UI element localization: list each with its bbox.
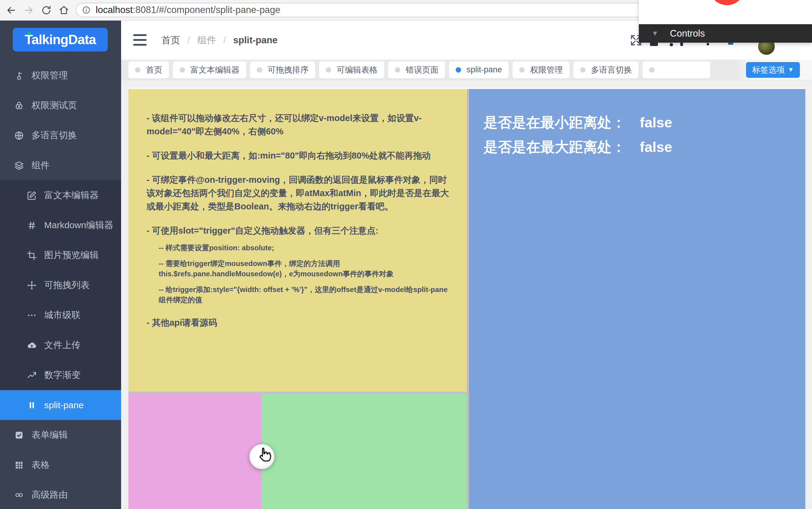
sidebar-item-label: 高级路由 — [31, 489, 68, 501]
doc-line: - 可使用slot="trigger"自定义拖动触发器，但有三个注意点: — [147, 224, 449, 237]
home-icon[interactable] — [58, 4, 70, 16]
sidebar-item-label: 权限测试页 — [31, 99, 77, 112]
tab-label: 可编辑表格 — [337, 64, 378, 75]
custom-drag-trigger[interactable] — [250, 444, 274, 469]
sidebar-item[interactable]: 图片预览编辑 — [0, 240, 121, 270]
status-line: 是否是在最小距离处： false — [484, 110, 805, 135]
sidebar-item[interactable]: 可拖拽列表 — [0, 270, 121, 300]
tab-label: 首页 — [146, 64, 162, 75]
lock-icon — [14, 100, 24, 111]
tab-dot — [519, 67, 525, 73]
status-label: 是否是在最小距离处： — [484, 110, 626, 135]
tab-dot — [395, 67, 400, 73]
status-value: false — [640, 135, 672, 159]
controls-panel-label: Controls — [670, 28, 705, 39]
ellipsis-icon — [27, 310, 37, 320]
sidebar-collapse-button[interactable] — [133, 34, 147, 46]
tab-dot — [649, 67, 655, 73]
sidebar-item[interactable]: 组件 — [0, 150, 121, 180]
layers-icon — [14, 160, 24, 171]
app-logo[interactable]: TalkingData — [13, 28, 108, 52]
info-icon[interactable] — [82, 5, 91, 14]
sidebar-item[interactable]: split-pane — [0, 390, 121, 420]
tab[interactable]: split-pane × — [449, 61, 509, 78]
sidebar-item[interactable]: 权限管理 — [0, 61, 121, 91]
sidebar-item-label: 城市级联 — [44, 309, 80, 321]
breadcrumb-item[interactable]: split-pane — [233, 35, 277, 46]
logo-accent-dot — [28, 32, 31, 35]
tab-options-button[interactable]: 标签选项 ▼ — [746, 62, 800, 78]
red-circle — [709, 0, 745, 5]
open-tabs-bar: 首页 × 富文本编辑器 × 可拖拽排序 × 可编辑表格 × 错误页面 — [121, 60, 812, 80]
status-line: 是否是在最大距离处： false — [484, 135, 805, 159]
doc-line: -- 给trigger添加:style="{width: offset + '%… — [147, 284, 449, 305]
trending-up-icon — [27, 370, 37, 380]
status-pane: 是否是在最小距离处： false 是否是在最大距离处： false — [469, 89, 805, 509]
sidebar-item[interactable]: 城市级联 — [0, 300, 121, 330]
doc-line: -- 样式需要设置position: absolute; — [147, 243, 449, 253]
tab-label: 可拖拽排序 — [268, 64, 308, 75]
refresh-icon[interactable] — [40, 4, 52, 16]
bottom-left-pane — [128, 394, 262, 509]
checkbox-icon — [14, 430, 24, 440]
controls-overlay-canvas — [639, 0, 812, 24]
sidebar-item[interactable]: 多语言切换 — [0, 121, 121, 150]
tab[interactable]: 可编辑表格 × — [319, 61, 384, 78]
horizontal-split-trigger[interactable] — [128, 392, 467, 394]
breadcrumb-item[interactable]: 首页 — [161, 34, 180, 46]
sidebar-item-label: 表格 — [31, 459, 50, 471]
forward-icon[interactable] — [23, 4, 34, 16]
tab[interactable]: 可拖拽排序 × — [250, 61, 315, 78]
sidebar-item[interactable]: 权限测试页 — [0, 91, 121, 121]
caret-down-icon: ▼ — [788, 66, 794, 73]
table-icon — [14, 460, 24, 470]
doc-line: -- 需要给trigger绑定mousedown事件，绑定的方法调用this.$… — [147, 259, 449, 279]
sidebar-item-label: 文件上传 — [44, 339, 80, 351]
url-text: localhost:8081/#/component/split-pane-pa… — [96, 4, 280, 15]
status-label: 是否是在最大距离处： — [484, 135, 626, 159]
breadcrumb-separator: / — [223, 35, 226, 46]
sidebar-item-label: 富文本编辑器 — [44, 189, 99, 202]
caret-down-icon: ▼ — [652, 29, 658, 37]
sidebar-item[interactable]: 富文本编辑器 — [0, 180, 121, 210]
logo-text: TalkingData — [25, 32, 96, 47]
tab[interactable]: 多语言切换 × — [574, 61, 639, 78]
tab[interactable]: 首页 × — [128, 61, 169, 78]
infinity-icon — [14, 490, 24, 500]
tab[interactable]: × — [643, 61, 710, 78]
tab-dot — [135, 67, 140, 73]
breadcrumb-separator: / — [187, 35, 190, 46]
status-value: false — [640, 110, 672, 135]
tab-label: 多语言切换 — [591, 64, 632, 75]
header-icon-fragment — [707, 43, 709, 45]
tab[interactable]: 权限管理 × — [513, 61, 570, 78]
sidebar-item[interactable]: 数字渐变 — [0, 360, 121, 390]
tab[interactable]: 错误页面 × — [388, 61, 445, 78]
sidebar-item[interactable]: 高级路由 — [0, 480, 121, 509]
back-icon[interactable] — [5, 4, 17, 16]
move-icon — [27, 280, 37, 291]
tab-label: 权限管理 — [530, 64, 563, 75]
header-icon-fragment — [670, 43, 673, 46]
sidebar-item[interactable]: 表单编辑 — [0, 420, 121, 450]
controls-overlay: ▼ Controls — [639, 0, 812, 43]
tab[interactable]: 富文本编辑器 × — [173, 61, 246, 78]
breadcrumb-item[interactable]: 组件 — [197, 34, 216, 46]
sidebar-item[interactable]: 文件上传 — [0, 330, 121, 360]
sidebar: TalkingData 权限管理 权限测试页 多语言切换 组件 — [0, 21, 121, 509]
split-pane-demo: - 该组件可以拖动修改左右尺寸，还可以绑定v-model来设置，如设置v-mod… — [128, 88, 805, 509]
pause-icon — [27, 400, 37, 410]
sidebar-item[interactable]: Markdown编辑器 — [0, 210, 121, 240]
tab-label: 错误页面 — [406, 64, 439, 75]
tab-options-panel: 标签选项 ▼ — [736, 60, 812, 80]
tab-label: split-pane — [466, 65, 502, 74]
tab-dot — [580, 67, 586, 73]
vertical-split-trigger[interactable] — [467, 89, 469, 509]
controls-panel-header[interactable]: ▼ Controls — [639, 24, 812, 43]
tab-label: 富文本编辑器 — [190, 64, 239, 75]
bottom-right-pane — [262, 394, 467, 509]
sidebar-item-label: 组件 — [31, 159, 50, 172]
key-icon — [14, 70, 24, 81]
tab-dot — [326, 67, 331, 73]
sidebar-item[interactable]: 表格 — [0, 450, 121, 480]
